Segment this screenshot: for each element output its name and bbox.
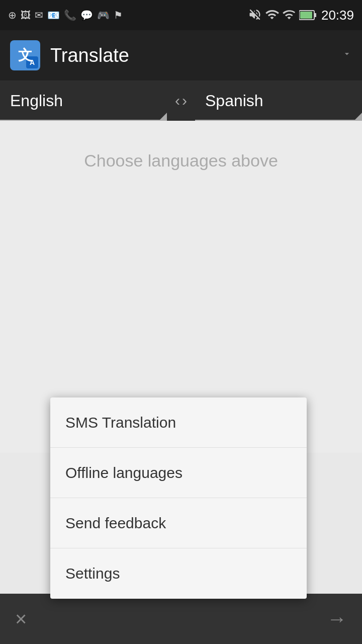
source-language-selector[interactable]: English — [0, 80, 167, 121]
app-bar-dropdown-arrow — [342, 49, 352, 62]
status-icons-right: 20:39 — [248, 8, 354, 23]
target-language-label: Spanish — [205, 92, 263, 110]
swap-left-bracket: ‹ — [175, 92, 180, 109]
placeholder-text: Choose languages above — [84, 151, 278, 171]
status-time: 20:39 — [321, 8, 354, 23]
svg-rect-1 — [314, 13, 316, 17]
image-status-icon: 🖼 — [21, 10, 31, 20]
source-language-arrow — [160, 113, 167, 120]
app-icon: 文 A — [10, 40, 40, 70]
menu-item-settings[interactable]: Settings — [50, 548, 307, 599]
bottom-bar: × → — [0, 594, 362, 644]
chat-status-icon: 💬 — [80, 10, 93, 20]
add-status-icon: ⊕ — [8, 10, 17, 20]
menu-item-settings-label: Settings — [65, 565, 120, 582]
app-title: Translate — [50, 45, 129, 66]
forward-button[interactable]: → — [327, 608, 347, 630]
dropdown-menu: SMS Translation Offline languages Send f… — [50, 397, 307, 599]
close-button[interactable]: × — [15, 608, 27, 630]
flag-status-icon: ⚑ — [114, 10, 123, 20]
target-language-arrow — [355, 113, 362, 120]
menu-item-send-feedback[interactable]: Send feedback — [50, 498, 307, 548]
swap-right-bracket: › — [182, 92, 187, 109]
app-bar: 文 A Translate — [0, 30, 362, 80]
menu-item-sms-translation-label: SMS Translation — [65, 414, 176, 431]
language-bar: English ‹ › Spanish — [0, 80, 362, 121]
menu-item-offline-languages[interactable]: Offline languages — [50, 448, 307, 498]
mail-status-icon: ✉ — [35, 10, 43, 20]
battery-status-icon — [299, 10, 316, 21]
wifi-status-icon — [265, 8, 279, 23]
target-language-selector[interactable]: Spanish — [195, 80, 362, 121]
menu-item-offline-languages-label: Offline languages — [65, 464, 183, 481]
menu-item-sms-translation[interactable]: SMS Translation — [50, 397, 307, 448]
menu-item-send-feedback-label: Send feedback — [65, 515, 166, 532]
mute-status-icon — [248, 8, 262, 23]
signal-status-icon — [282, 8, 296, 23]
source-language-label: English — [10, 92, 63, 110]
status-bar: ⊕ 🖼 ✉ 📧 📞 💬 🎮 ⚑ — [0, 0, 362, 30]
status-icons-left: ⊕ 🖼 ✉ 📧 📞 💬 🎮 ⚑ — [8, 10, 123, 20]
steam-status-icon: 🎮 — [97, 10, 110, 20]
language-swap-button[interactable]: ‹ › — [167, 92, 195, 109]
call-status-icon: 📞 — [64, 10, 76, 20]
mail2-status-icon: 📧 — [47, 10, 60, 20]
app-icon-zh: 文 — [18, 46, 32, 65]
svg-rect-2 — [300, 12, 312, 19]
